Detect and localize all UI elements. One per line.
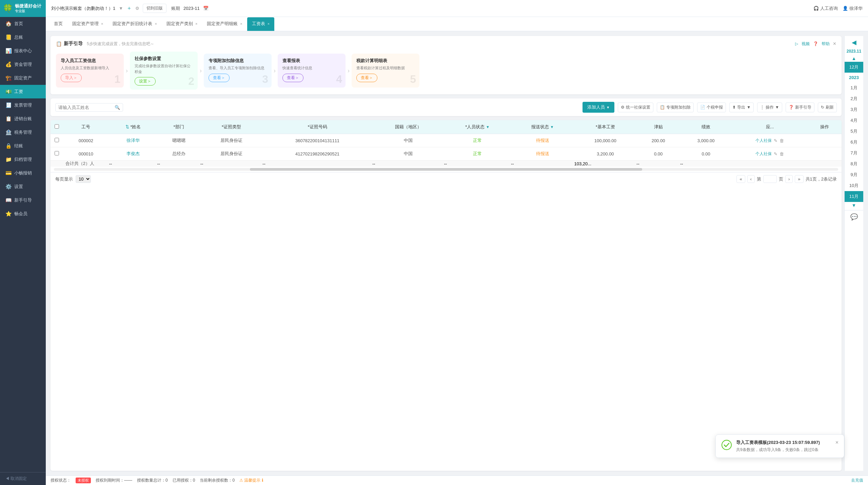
operation-dropdown-icon: ▼ [775, 105, 779, 110]
step1-num: 1 [114, 73, 120, 86]
sidebar-item-home[interactable]: 🏠 首页 [0, 17, 46, 31]
row2-delete-icon[interactable]: 🗑 [780, 151, 784, 156]
row2-select[interactable] [55, 151, 59, 155]
cal-feedback-icon[interactable]: 💬 [849, 212, 859, 222]
prev-page-button[interactable]: ‹ [747, 175, 755, 183]
operation-button[interactable]: ⋮ 操作 ▼ [757, 102, 782, 112]
sidebar-item-close[interactable]: 🔒 结账 [0, 139, 46, 153]
sidebar-item-settings[interactable]: ⚙️ 设置 [0, 180, 46, 193]
refresh-button[interactable]: ↻ 刷新 [818, 102, 837, 112]
step2-btn[interactable]: 设置＞ [135, 77, 156, 86]
step4-btn[interactable]: 查看＞ [282, 74, 303, 82]
row1-allowance: 200.00 [636, 134, 680, 147]
unpin-button[interactable]: ◀ 取消固定 [0, 472, 46, 485]
toast-title: 导入工资表模板(2023-03-23 15:07:59.897) [736, 440, 831, 446]
guide-step-4: 查看报表 快速查看统计信息 查看＞ 4 [278, 54, 346, 88]
cal-down-icon[interactable]: ▼ [851, 202, 857, 209]
tax-declare-button[interactable]: 📄 个税申报 [697, 102, 726, 112]
row1-edit-icon[interactable]: ✎ [774, 138, 777, 143]
switch-version-button[interactable]: 切到旧版 [143, 4, 166, 13]
page-unit: 页 [779, 176, 783, 182]
sidebar-item-tax[interactable]: 🏦 税务管理 [0, 126, 46, 139]
sidebar-item-funds[interactable]: 💰 资金管理 [0, 58, 46, 71]
sidebar-item-expense[interactable]: 💳 小畅报销 [0, 166, 46, 180]
row2-social-insurance-link[interactable]: 个人社保 [755, 151, 772, 157]
tab-home[interactable]: 首页 [49, 17, 67, 31]
per-page-select[interactable]: 10 20 50 [76, 175, 91, 183]
tab-fixed-depreciation[interactable]: 固定资产折旧统计表 × [108, 17, 161, 31]
cal-up-icon[interactable]: ▲ [851, 55, 857, 62]
account-dropdown-icon[interactable]: ▼ [119, 6, 123, 11]
cal-expand-icon[interactable]: ◀ [850, 37, 858, 48]
sidebar-item-guide[interactable]: 📖 新手引导 [0, 193, 46, 207]
cal-month-12[interactable]: 12月 [845, 62, 863, 73]
calendar-icon[interactable]: 📅 [203, 6, 209, 11]
row1-social-insurance-link[interactable]: 个人社保 [755, 138, 772, 144]
guide-close-button[interactable]: × [833, 41, 836, 47]
toast-close-button[interactable]: × [835, 440, 839, 446]
tab-close-fixed-category[interactable]: × [195, 22, 197, 26]
row1-select[interactable] [55, 138, 59, 142]
social-insurance-button[interactable]: ⚙ 统一社保设置 [618, 102, 653, 112]
search-input[interactable] [58, 105, 113, 110]
guide-help-link[interactable]: 帮助 [822, 41, 830, 47]
add-person-button[interactable]: 添加人员 ▼ [583, 102, 614, 113]
cal-month-5[interactable]: 5月 [845, 126, 863, 137]
settings-gear-icon[interactable]: ⚙ [135, 6, 139, 11]
sidebar-item-payroll[interactable]: 💵 工资 [0, 85, 46, 98]
sort-icon[interactable]: ⇅ [125, 124, 129, 129]
tab-close-fixed-detail[interactable]: × [240, 22, 242, 26]
tab-close-payroll[interactable]: × [268, 22, 270, 26]
row2-edit-icon[interactable]: ✎ [774, 151, 777, 156]
tab-close-fixed-assets[interactable]: × [101, 22, 103, 26]
user-profile-button[interactable]: 👤 徐泽华 [843, 5, 863, 12]
tab-fixed-assets[interactable]: 固定资产管理 × [67, 17, 108, 31]
tab-fixed-detail[interactable]: 固定资产明细账 × [202, 17, 247, 31]
cal-month-2[interactable]: 2月 [845, 93, 863, 104]
tab-fixed-category[interactable]: 固定资产类别 × [162, 17, 202, 31]
horizontal-scrollbar[interactable] [54, 168, 838, 171]
sidebar-item-ledger[interactable]: 📒 总账 [0, 31, 46, 44]
next-page-button[interactable]: › [785, 175, 793, 183]
activate-link[interactable]: 去充值 [851, 478, 863, 483]
cal-month-1[interactable]: 1月 [845, 82, 863, 93]
ai-consult-button[interactable]: 🎧 人工咨询 [813, 5, 838, 12]
report-filter-icon[interactable]: ▼ [550, 125, 554, 129]
sidebar-item-fixed[interactable]: 🏗️ 固定资产 [0, 71, 46, 85]
cal-month-4[interactable]: 4月 [845, 115, 863, 126]
export-button[interactable]: ⬆ 导出 ▼ [729, 102, 754, 112]
cal-month-8[interactable]: 8月 [845, 158, 863, 169]
select-all-checkbox[interactable] [55, 124, 59, 129]
cal-month-11[interactable]: 11月 [845, 191, 863, 202]
status-filter-icon[interactable]: ▼ [486, 125, 490, 129]
row2-report-status: 待报送 [511, 147, 574, 161]
tab-payroll[interactable]: 工资表 × [247, 17, 274, 31]
cal-month-9[interactable]: 9月 [845, 169, 863, 180]
cal-month-7[interactable]: 7月 [845, 148, 863, 158]
row1-delete-icon[interactable]: 🗑 [780, 138, 784, 143]
guide-step-5: 税款计算明细表 查看税款计算过程及明细数据 查看＞ 5 [352, 54, 419, 88]
sidebar-item-archive[interactable]: 📁 归档管理 [0, 153, 46, 166]
row2-name[interactable]: 李俊杰 [109, 147, 157, 161]
special-deduction-button[interactable]: 📋 专项附加扣除 [657, 102, 694, 112]
sidebar-item-reports[interactable]: 📊 报表中心 [0, 44, 46, 58]
sidebar-item-sales[interactable]: 📋 进销台账 [0, 112, 46, 126]
beginner-guide-button[interactable]: ❓ 新手引导 [786, 102, 814, 112]
cal-month-3[interactable]: 3月 [845, 104, 863, 115]
cal-month-10[interactable]: 10月 [845, 180, 863, 191]
step3-btn[interactable]: 查看＞ [209, 74, 230, 82]
page-number-input[interactable]: 1 [763, 175, 777, 183]
row1-name[interactable]: 徐泽华 [109, 134, 157, 147]
guide-video-link[interactable]: 视频 [802, 41, 810, 47]
step5-btn[interactable]: 查看＞ [356, 74, 377, 82]
search-icon[interactable]: 🔍 [115, 105, 120, 110]
step1-btn[interactable]: 导入＞ [61, 74, 82, 82]
cal-month-6[interactable]: 6月 [845, 137, 863, 148]
last-page-button[interactable]: » [795, 175, 803, 183]
sidebar-item-member[interactable]: ⭐ 畅会员 [0, 207, 46, 221]
page-label: 第 [757, 176, 761, 182]
sidebar-item-invoicing[interactable]: 🧾 发票管理 [0, 98, 46, 112]
add-account-icon[interactable]: ＋ [126, 5, 132, 12]
first-page-button[interactable]: « [736, 175, 745, 183]
tab-close-fixed-depreciation[interactable]: × [155, 22, 157, 26]
